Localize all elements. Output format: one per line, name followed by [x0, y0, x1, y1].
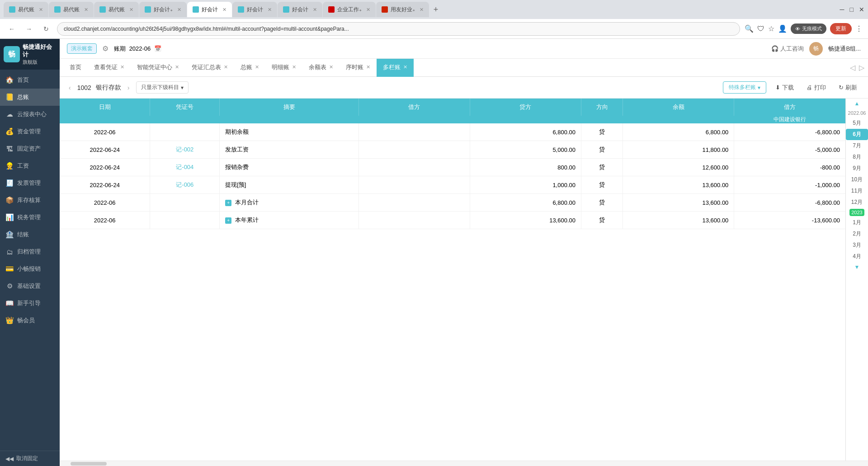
settings-icon[interactable]: ⚙ [102, 44, 108, 53]
sidebar-item-settings[interactable]: ⚙ 基础设置 [0, 278, 60, 295]
tab-balance-sheet[interactable]: 余额表 ✕ [302, 59, 340, 77]
browser-tab-1[interactable]: 易代账 ✕ [49, 2, 94, 17]
cell-summary-1: 发放工资 [220, 141, 359, 159]
sidebar-item-tax[interactable]: 📊 税务管理 [0, 209, 60, 226]
sidebar-item-inventory[interactable]: 📦 库存核算 [0, 192, 60, 209]
filter-label: 只显示下级科目 [141, 84, 179, 91]
sidebar-item-invoice[interactable]: 🧾 发票管理 [0, 174, 60, 192]
forward-button[interactable]: → [23, 23, 35, 35]
calendar-icon[interactable]: 📅 [154, 45, 161, 52]
shield-icon[interactable]: 🛡 [757, 25, 764, 33]
browser-tab-2[interactable]: 易代账 ✕ [94, 2, 139, 17]
browser-tab-5[interactable]: 好会计 ✕ [232, 2, 277, 17]
no-trace-button[interactable]: 👁 无痕模式 [791, 24, 826, 34]
tab-multi-column-close[interactable]: ✕ [403, 64, 407, 70]
calendar-month-aug[interactable]: 8月 [846, 151, 868, 163]
minimize-button[interactable]: ─ [840, 6, 844, 13]
tab-smart-voucher[interactable]: 智能凭证中心 ✕ [131, 59, 185, 77]
browser-tab-6[interactable]: 好会计 ✕ [278, 2, 322, 17]
cell-balance-3: 13,600.00 [623, 176, 734, 194]
next-account-button[interactable]: › [126, 82, 132, 93]
tab-journal[interactable]: 序时账 ✕ [340, 59, 377, 77]
sidebar-item-fixed-assets[interactable]: 🏗 固定资产 [0, 140, 60, 157]
voucher-link-2[interactable]: 记-004 [176, 164, 193, 170]
tab-close-0[interactable]: ✕ [39, 7, 43, 13]
print-button[interactable]: 🖨 打印 [803, 82, 830, 94]
filter-dropdown[interactable]: 只显示下级科目 ▾ [136, 81, 189, 94]
tab-general-ledger[interactable]: 总账 ✕ [234, 59, 265, 77]
sidebar-item-closing[interactable]: 🏦 结账 [0, 226, 60, 243]
sidebar-item-member[interactable]: 👑 畅会员 [0, 312, 60, 329]
calendar-month-apr[interactable]: 4月 [846, 251, 868, 262]
profile-icon[interactable]: 👤 [778, 24, 787, 33]
sidebar-item-salary[interactable]: 👷 工资 [0, 157, 60, 174]
sidebar-item-archive[interactable]: 🗂 归档管理 [0, 243, 60, 260]
sidebar-item-home[interactable]: 🏠 首页 [0, 71, 60, 89]
tab-close-7[interactable]: ✕ [366, 7, 370, 13]
new-tab-button[interactable]: + [429, 3, 442, 16]
browser-tab-3[interactable]: 好会计₊ ✕ [139, 2, 187, 17]
calendar-month-jan[interactable]: 1月 [846, 217, 868, 228]
tab-smart-voucher-close[interactable]: ✕ [175, 64, 179, 70]
download-button[interactable]: ⬇ 下载 [772, 82, 797, 94]
reload-button[interactable]: ↻ [40, 23, 52, 35]
calendar-month-feb[interactable]: 2月 [846, 228, 868, 240]
calendar-month-oct[interactable]: 10月 [846, 174, 868, 185]
tab-detail-ledger[interactable]: 明细账 ✕ [265, 59, 302, 77]
sidebar-item-cloud-reports[interactable]: ☁ 云报表中心 [0, 106, 60, 123]
tab-close-3[interactable]: ✕ [177, 7, 181, 13]
collapse-panel-icon[interactable]: ◁ [850, 63, 855, 72]
sidebar-item-expense[interactable]: 💳 小畅报销 [0, 260, 60, 278]
tab-close-2[interactable]: ✕ [129, 7, 133, 13]
tab-journal-close[interactable]: ✕ [366, 64, 370, 70]
sidebar-item-ledger[interactable]: 📒 总账 [0, 89, 60, 106]
tab-detail-ledger-close[interactable]: ✕ [292, 64, 296, 70]
calendar-month-jul[interactable]: 7月 [846, 140, 868, 151]
calendar-month-nov[interactable]: 11月 [846, 185, 868, 197]
search-icon[interactable]: 🔍 [745, 24, 754, 33]
horizontal-scrollbar[interactable] [60, 461, 868, 466]
tab-close-4[interactable]: ✕ [222, 7, 226, 13]
maximize-button[interactable]: □ [850, 6, 854, 13]
browser-tab-0[interactable]: 易代账 ✕ [4, 2, 48, 17]
tab-voucher-summary[interactable]: 凭证汇总表 ✕ [185, 59, 234, 77]
tab-view-voucher[interactable]: 查看凭证 ✕ [88, 59, 131, 77]
tab-voucher-summary-close[interactable]: ✕ [224, 64, 228, 70]
calendar-month-may[interactable]: 5月 [846, 118, 868, 129]
unpin-button[interactable]: ◀◀ 取消固定 [5, 455, 54, 462]
browser-tab-7[interactable]: 企业工作₊ ✕ [323, 2, 376, 17]
special-multi-column-button[interactable]: 特殊多栏账 ▾ [723, 81, 766, 94]
sidebar-item-guide[interactable]: 📖 新手引导 [0, 295, 60, 312]
calendar-month-mar[interactable]: 3月 [846, 240, 868, 251]
back-button[interactable]: ← [5, 23, 18, 35]
consult-button[interactable]: 🎧 人工咨询 [771, 45, 804, 53]
prev-account-button[interactable]: ‹ [67, 82, 73, 93]
tab-balance-sheet-close[interactable]: ✕ [329, 64, 333, 70]
tab-home[interactable]: 首页 [63, 59, 88, 77]
voucher-link-3[interactable]: 记-006 [176, 181, 193, 188]
close-window-button[interactable]: ✕ [859, 6, 864, 13]
tab-close-8[interactable]: ✕ [420, 7, 424, 13]
voucher-link-1[interactable]: 记-002 [176, 146, 193, 153]
tab-close-6[interactable]: ✕ [313, 7, 317, 13]
address-input[interactable] [57, 22, 740, 36]
tab-view-voucher-close[interactable]: ✕ [120, 64, 124, 70]
browser-tab-8[interactable]: 用友好业₊ ✕ [376, 2, 429, 17]
expand-panel-icon[interactable]: ▷ [859, 63, 864, 72]
star-icon[interactable]: ☆ [768, 24, 774, 33]
calendar-month-sep[interactable]: 9月 [846, 163, 868, 174]
tab-multi-column[interactable]: 多栏账 ✕ [377, 59, 414, 77]
h-scrollbar-thumb[interactable] [71, 462, 107, 466]
calendar-scroll-up[interactable]: ▲ [846, 99, 868, 108]
calendar-month-jun[interactable]: 6月 [846, 129, 868, 140]
refresh-button[interactable]: ↻ 刷新 [835, 82, 861, 94]
sidebar-item-funds[interactable]: 💰 资金管理 [0, 123, 60, 140]
tab-close-1[interactable]: ✕ [84, 7, 88, 13]
browser-tab-4[interactable]: 好会计 ✕ [187, 2, 232, 17]
calendar-month-dec[interactable]: 12月 [846, 197, 868, 208]
menu-icon[interactable]: ⋮ [855, 24, 863, 33]
tab-close-5[interactable]: ✕ [268, 7, 272, 13]
calendar-scroll-down[interactable]: ▼ [846, 262, 868, 272]
tab-general-ledger-close[interactable]: ✕ [255, 64, 259, 70]
update-button[interactable]: 更新 [830, 23, 852, 34]
